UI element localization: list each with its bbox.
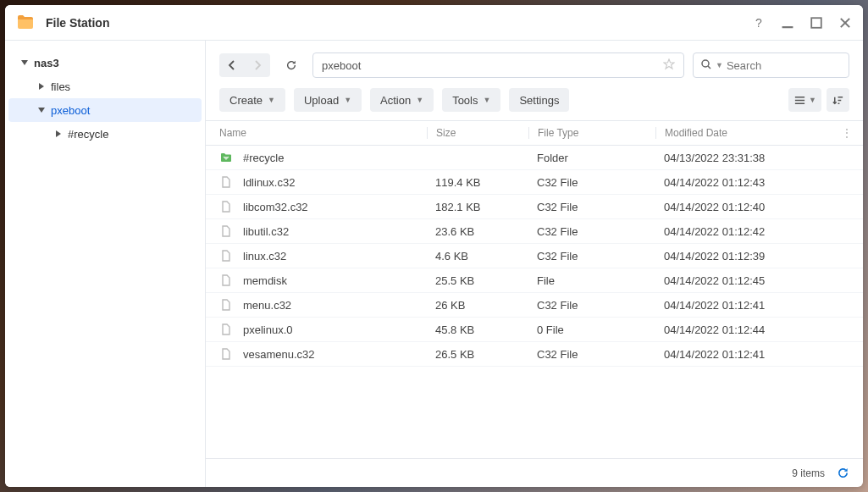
tree-root-label: nas3 — [34, 57, 59, 69]
search-input[interactable] — [727, 59, 842, 72]
sidebar-item-recycle[interactable]: #recycle — [8, 122, 202, 146]
chevron-down-icon: ▼ — [416, 96, 423, 104]
svg-marker-6 — [38, 108, 45, 113]
minimize-icon[interactable] — [780, 15, 795, 30]
breadcrumb-path: pxeboot — [322, 59, 361, 72]
header-date[interactable]: Modified Date — [655, 127, 838, 139]
file-name: libcom32.c32 — [243, 201, 308, 213]
file-date: 04/14/2022 01:12:41 — [655, 299, 838, 312]
upload-button[interactable]: Upload ▼ — [294, 88, 362, 112]
svg-line-11 — [708, 66, 710, 69]
triangle-right-icon — [54, 130, 63, 138]
triangle-down-icon — [20, 58, 29, 67]
create-label: Create — [229, 94, 263, 107]
file-type: C32 File — [528, 299, 655, 312]
table-row[interactable]: libutil.c3223.6 KBC32 File04/14/2022 01:… — [206, 219, 863, 244]
file-type: 0 File — [528, 323, 655, 336]
refresh-icon[interactable] — [837, 467, 849, 479]
file-date: 04/14/2022 01:12:39 — [655, 250, 838, 263]
main-panel: pxeboot ▼ Create ▼ — [206, 41, 863, 487]
file-type: C32 File — [528, 348, 655, 361]
maximize-icon[interactable] — [809, 15, 824, 30]
table-row[interactable]: memdisk25.5 KBFile04/14/2022 01:12:45 — [206, 268, 863, 293]
search-icon — [700, 58, 712, 73]
file-date: 04/14/2022 01:12:43 — [655, 176, 838, 189]
triangle-right-icon — [37, 82, 46, 91]
svg-marker-7 — [56, 130, 61, 137]
file-icon — [219, 347, 233, 361]
table-header: Name Size File Type Modified Date ⋮ — [206, 120, 863, 146]
breadcrumb[interactable]: pxeboot — [312, 53, 684, 78]
file-icon — [219, 249, 233, 263]
tools-button[interactable]: Tools ▼ — [442, 88, 500, 112]
file-icon — [219, 224, 233, 238]
table-row[interactable]: menu.c3226 KBC32 File04/14/2022 01:12:41 — [206, 293, 863, 318]
file-size: 23.6 KB — [427, 225, 528, 238]
file-icon — [219, 298, 233, 312]
settings-button[interactable]: Settings — [509, 88, 569, 112]
upload-label: Upload — [304, 94, 339, 107]
svg-marker-9 — [664, 59, 674, 69]
file-size: 26.5 KB — [427, 348, 528, 361]
close-icon[interactable] — [838, 15, 853, 30]
svg-marker-4 — [21, 60, 28, 65]
file-icon — [219, 200, 233, 213]
table-row[interactable]: libcom32.c32182.1 KBC32 File04/14/2022 0… — [206, 195, 863, 219]
chevron-down-icon: ▼ — [484, 96, 491, 104]
star-icon[interactable] — [663, 58, 675, 73]
file-type: File — [528, 274, 655, 287]
sidebar-item-label: #recycle — [68, 128, 108, 141]
nav-forward-button[interactable] — [245, 53, 270, 77]
header-type[interactable]: File Type — [528, 127, 655, 139]
file-name: libutil.c32 — [243, 225, 289, 238]
sidebar-item-label: files — [51, 80, 70, 93]
file-type: C32 File — [528, 176, 655, 189]
chevron-down-icon: ▼ — [809, 96, 816, 104]
file-name: #recycle — [243, 152, 284, 164]
file-size: 182.1 KB — [427, 201, 528, 213]
table-row[interactable]: ldlinux.c32119.4 KBC32 File04/14/2022 01… — [206, 170, 863, 195]
chevron-down-icon: ▼ — [268, 96, 275, 104]
file-name: vesamenu.c32 — [243, 348, 315, 361]
create-button[interactable]: Create ▼ — [219, 88, 285, 112]
svg-marker-5 — [39, 83, 44, 90]
sidebar-item-pxeboot[interactable]: pxeboot — [8, 98, 202, 122]
nav-back-button[interactable] — [219, 53, 245, 77]
action-button[interactable]: Action ▼ — [370, 88, 434, 112]
file-icon — [219, 323, 233, 336]
file-type: Folder — [528, 152, 655, 164]
file-name: pxelinux.0 — [243, 323, 293, 336]
sidebar: nas3 files pxeboot #recycle — [5, 41, 206, 487]
chevron-down-icon: ▼ — [344, 96, 351, 104]
file-name: memdisk — [243, 274, 287, 287]
table-row[interactable]: linux.c324.6 KBC32 File04/14/2022 01:12:… — [206, 244, 863, 268]
tree-root[interactable]: nas3 — [8, 51, 202, 75]
file-date: 04/14/2022 01:12:41 — [655, 348, 838, 361]
file-size: 25.5 KB — [427, 274, 528, 287]
file-date: 04/13/2022 23:31:38 — [655, 152, 838, 164]
header-menu-icon[interactable]: ⋮ — [838, 127, 856, 139]
tools-label: Tools — [452, 94, 478, 107]
svg-rect-1 — [811, 18, 821, 28]
app-title: File Station — [46, 16, 751, 30]
file-type: C32 File — [528, 201, 655, 213]
chevron-down-icon[interactable]: ▼ — [716, 61, 723, 69]
view-list-button[interactable]: ▼ — [788, 88, 821, 112]
table-row[interactable]: pxelinux.045.8 KB0 File04/14/2022 01:12:… — [206, 318, 863, 342]
file-date: 04/14/2022 01:12:42 — [655, 225, 838, 238]
header-name[interactable]: Name — [219, 127, 427, 139]
file-date: 04/14/2022 01:12:44 — [655, 323, 838, 336]
reload-button[interactable] — [279, 53, 304, 77]
table-row[interactable]: #recycleFolder04/13/2022 23:31:38 — [206, 146, 863, 170]
sidebar-item-files[interactable]: files — [8, 75, 202, 98]
help-icon[interactable]: ? — [751, 15, 766, 30]
file-icon — [219, 274, 233, 287]
file-size: 119.4 KB — [427, 176, 528, 189]
table-body: #recycleFolder04/13/2022 23:31:38ldlinux… — [206, 146, 863, 458]
sort-button[interactable] — [827, 88, 849, 112]
search-box[interactable]: ▼ — [693, 53, 849, 78]
table-row[interactable]: vesamenu.c3226.5 KBC32 File04/14/2022 01… — [206, 342, 863, 367]
svg-point-10 — [702, 60, 709, 67]
nav-group — [219, 53, 270, 77]
header-size[interactable]: Size — [427, 127, 528, 139]
